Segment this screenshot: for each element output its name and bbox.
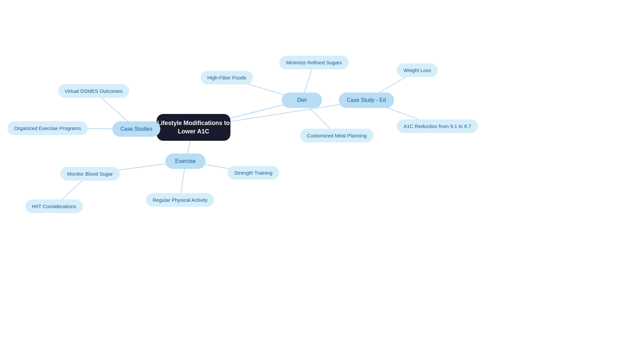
monitor-blood-sugar-label: Monitor Blood Sugar <box>67 171 113 177</box>
exercise-label: Exercise <box>175 158 196 164</box>
case-study-ed-label: Case Study - Ed <box>347 97 386 103</box>
high-fiber-foods-node[interactable]: High-Fiber Foods <box>201 71 253 84</box>
hiit-considerations-label: HIIT Considerations <box>32 203 76 209</box>
case-study-ed-node[interactable]: Case Study - Ed <box>339 93 394 108</box>
a1c-reduction-label: A1C Reduction from 9.1 to 6.7 <box>404 123 471 129</box>
center-node-label: Lifestyle Modifications to Lower A1C <box>157 119 230 136</box>
high-fiber-foods-label: High-Fiber Foods <box>207 75 246 80</box>
hiit-considerations-node[interactable]: HIIT Considerations <box>25 199 83 213</box>
diet-node[interactable]: Diet <box>282 93 322 108</box>
virtual-dsmes-outcomes-node[interactable]: Virtual DSMES Outcomes <box>58 84 129 98</box>
exercise-node[interactable]: Exercise <box>165 154 206 169</box>
regular-physical-activity-node[interactable]: Regular Physical Activity <box>146 193 214 207</box>
organized-exercise-label: Organized Exercise Programs <box>14 125 81 131</box>
diet-label: Diet <box>297 97 307 103</box>
minimize-refined-sugars-node[interactable]: Minimize Refined Sugars <box>279 56 349 69</box>
weight-loss-node[interactable]: Weight Loss <box>397 63 438 77</box>
strength-training-label: Strength Training <box>234 170 272 176</box>
customized-meal-planning-node[interactable]: Customized Meal Planning <box>300 129 373 142</box>
customized-meal-planning-label: Customized Meal Planning <box>307 133 367 138</box>
minimize-refined-sugars-label: Minimize Refined Sugars <box>286 60 342 65</box>
center-node[interactable]: Lifestyle Modifications to Lower A1C <box>157 114 230 141</box>
case-studies-node[interactable]: Case Studies <box>112 121 160 137</box>
virtual-dsmes-label: Virtual DSMES Outcomes <box>65 88 122 94</box>
regular-physical-activity-label: Regular Physical Activity <box>153 197 207 203</box>
monitor-blood-sugar-node[interactable]: Monitor Blood Sugar <box>60 167 120 181</box>
a1c-reduction-node[interactable]: A1C Reduction from 9.1 to 6.7 <box>397 119 478 133</box>
weight-loss-label: Weight Loss <box>404 67 431 73</box>
case-studies-label: Case Studies <box>120 126 152 132</box>
organized-exercise-programs-node[interactable]: Organized Exercise Programs <box>7 121 88 135</box>
strength-training-node[interactable]: Strength Training <box>227 166 279 180</box>
